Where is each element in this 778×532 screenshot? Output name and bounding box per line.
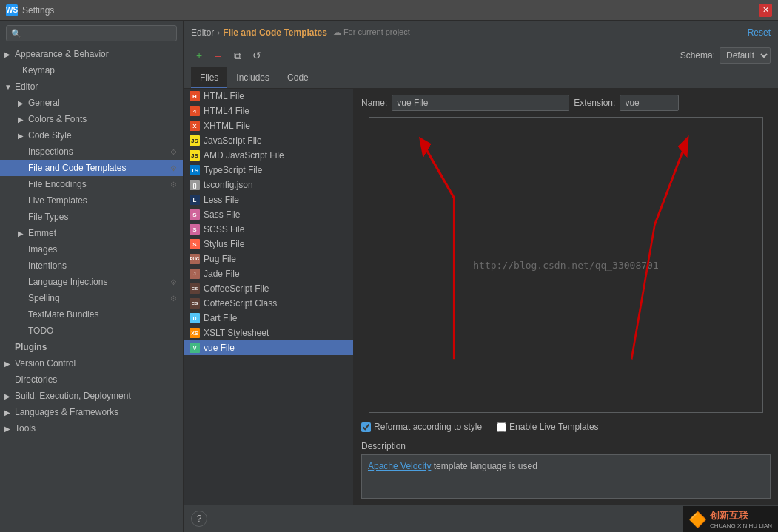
sidebar-label-file-types: File Types [28,212,68,222]
search-input[interactable] [24,28,172,38]
file-item-less-file[interactable]: L Less File [184,192,353,207]
file-label-typescript-file: TypeScript File [204,165,262,175]
sidebar-item-file-encodings[interactable]: File Encodings⚙ [0,176,183,192]
sidebar-item-tools[interactable]: ▶Tools [0,420,183,437]
file-item-amd-javascript-file[interactable]: JS AMD JavaScript File [184,148,353,163]
file-icon-pug-file: PUG [190,254,200,264]
sidebar-item-editor[interactable]: ▼Editor [0,78,183,95]
file-label-xhtml-file: XHTML File [204,121,250,131]
file-item-tsconfig-json[interactable]: {} tsconfig.json [184,178,353,192]
file-item-xslt-stylesheet[interactable]: XS XSLT Stylesheet [184,326,353,340]
file-item-jade-file[interactable]: J Jade File [184,266,353,281]
file-list: H HTML File 4 HTML4 File X XHTML File JS… [184,89,354,505]
file-item-scss-file[interactable]: S SCSS File [184,222,353,237]
sidebar-item-intentions[interactable]: Intentions [0,257,183,274]
file-label-html-file: HTML File [204,91,244,101]
search-icon: 🔍 [11,29,21,38]
sidebar-item-code-style[interactable]: ▶Code Style [0,127,183,144]
sidebar-item-file-types[interactable]: File Types [0,209,183,225]
file-icon-scss-file: S [190,224,200,235]
name-input[interactable] [392,95,569,111]
sidebar-label-languages: Languages & Frameworks [15,407,118,417]
sidebar-label-plugins: Plugins [15,342,47,352]
expand-arrow-colors-fonts: ▶ [18,115,25,123]
file-item-coffeescript-class[interactable]: CS CoffeeScript Class [184,296,353,311]
sidebar-item-todo[interactable]: TODO [0,323,183,339]
file-icon-less-file: L [190,195,200,205]
sidebar-items-container: ▶Appearance & BehaviorKeymap▼Editor▶Gene… [0,46,183,437]
schema-box: Schema: Default Project [680,47,771,64]
sidebar-item-appearance[interactable]: ▶Appearance & Behavior [0,46,183,62]
file-item-pug-file[interactable]: PUG Pug File [184,252,353,266]
search-box[interactable]: 🔍 [6,25,177,41]
file-item-typescript-file[interactable]: TS TypeScript File [184,163,353,178]
toolbar-left: + – ⧉ ↺ [191,47,265,64]
live-templates-checkbox[interactable] [497,422,506,432]
toolbar: + – ⧉ ↺ Schema: Default Project [184,44,778,67]
sidebar-item-version-control[interactable]: ▶Version Control [0,355,183,371]
live-templates-checkbox-item[interactable]: Enable Live Templates [497,422,599,432]
file-icon-stylus-file: S [190,239,200,249]
close-button[interactable]: ✕ [759,4,772,17]
file-item-javascript-file[interactable]: JS JavaScript File [184,133,353,148]
schema-label: Schema: [680,50,715,61]
file-item-vue-file[interactable]: V vue File [184,340,353,355]
sidebar-item-emmet[interactable]: ▶Emmet [0,225,183,241]
expand-arrow-version-control: ▶ [4,360,12,367]
file-icon-vue-file: V [190,343,200,353]
sidebar-item-build-exec[interactable]: ▶Build, Execution, Deployment [0,388,183,404]
file-item-dart-file[interactable]: D Dart File [184,311,353,326]
badge-file-encodings: ⚙ [170,181,177,189]
sidebar-item-language-injections[interactable]: Language Injections⚙ [0,274,183,290]
sidebar-item-plugins[interactable]: Plugins [0,339,183,355]
breadcrumb-current: File and Code Templates [223,27,326,38]
file-item-sass-file[interactable]: S Sass File [184,207,353,222]
sidebar-item-spelling[interactable]: Spelling⚙ [0,290,183,306]
sidebar-item-languages[interactable]: ▶Languages & Frameworks [0,404,183,420]
apache-velocity-link[interactable]: Apache Velocity [368,461,431,471]
tab-includes[interactable]: Includes [227,67,278,88]
sidebar-label-textmate-bundles: TextMate Bundles [28,309,98,320]
copy-button[interactable]: ⧉ [229,47,246,64]
sidebar-item-file-code-templates[interactable]: File and Code Templates⚙ [0,160,183,176]
sidebar-item-images[interactable]: Images [0,241,183,257]
breadcrumb-note: ☁ For current project [333,27,410,37]
reformat-checkbox[interactable] [361,422,371,432]
file-icon-jade-file: J [190,269,200,279]
file-item-xhtml-file[interactable]: X XHTML File [184,118,353,133]
reformat-checkbox-item[interactable]: Reformat according to style [361,422,482,432]
sidebar-item-keymap[interactable]: Keymap [0,62,183,78]
tab-code[interactable]: Code [278,67,318,88]
sidebar-item-general[interactable]: ▶General [0,95,183,111]
sidebar-item-colors-fonts[interactable]: ▶Colors & Fonts [0,111,183,127]
add-button[interactable]: + [191,47,207,64]
code-editor[interactable]: http://blog.csdn.net/qq_33008701 [369,117,763,413]
file-item-coffeescript-file[interactable]: CS CoffeeScript File [184,281,353,296]
file-item-stylus-file[interactable]: S Stylus File [184,237,353,252]
file-item-html-file[interactable]: H HTML File [184,89,353,104]
watermark-text: http://blog.csdn.net/qq_33008701 [473,260,658,271]
sidebar-label-general: General [28,98,60,108]
expand-arrow-tools: ▶ [4,425,12,432]
tab-files[interactable]: Files [191,67,227,88]
reset-button[interactable]: Reset [748,27,771,38]
brand-text: 创新互联 [710,509,772,522]
description-rest: template language is used [431,461,537,471]
sidebar-item-directories[interactable]: Directories [0,371,183,388]
sidebar-item-live-templates[interactable]: Live Templates [0,192,183,209]
sidebar-item-textmate-bundles[interactable]: TextMate Bundles [0,306,183,323]
help-button[interactable]: ? [191,511,207,527]
bottom-options: Reformat according to style Enable Live … [354,416,778,438]
schema-select[interactable]: Default Project [720,47,771,64]
file-label-coffeescript-file: CoffeeScript File [204,283,269,294]
sidebar-item-inspections[interactable]: Inspections⚙ [0,144,183,160]
title-bar: WS Settings ✕ [0,0,778,21]
reset-template-button[interactable]: ↺ [249,47,265,64]
sidebar-label-keymap: Keymap [22,65,55,75]
extension-input[interactable] [620,95,679,111]
file-label-tsconfig-json: tsconfig.json [204,180,253,190]
sidebar-label-live-templates: Live Templates [28,195,87,206]
remove-button[interactable]: – [210,47,227,64]
file-item-html4-file[interactable]: 4 HTML4 File [184,104,353,118]
file-label-dart-file: Dart File [204,313,237,323]
